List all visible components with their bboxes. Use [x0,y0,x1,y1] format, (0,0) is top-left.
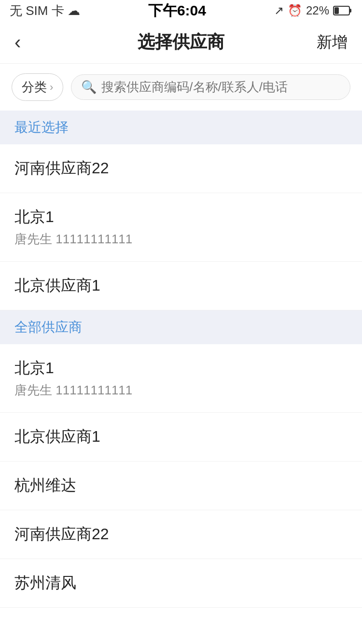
recent-section-header: 最近选择 [0,111,362,144]
status-right: ↗ ⏰ 22% [274,4,352,17]
category-filter[interactable]: 分类 › [12,73,63,101]
status-left: 无 SIM 卡 ☁ [10,2,80,19]
nav-bar: ‹ 选择供应商 新增 [0,21,362,64]
list-item[interactable]: 北京供应商1 [0,413,362,462]
list-item[interactable]: 杭州维达 [0,462,362,510]
recent-list: 河南供应商22北京1唐先生 11111111111北京供应商1 [0,144,362,310]
category-label: 分类 [22,79,47,96]
item-name: 河南供应商22 [14,524,348,545]
list-item[interactable]: 北京供应商1 [0,262,362,310]
all-section-label: 全部供应商 [14,320,82,335]
battery-icon [333,5,352,16]
add-button[interactable]: 新增 [309,32,348,53]
item-contact: 唐先生 11111111111 [14,382,348,399]
item-contact: 唐先生 11111111111 [14,231,348,248]
svg-rect-1 [349,9,351,13]
battery-text: 22% [306,4,329,17]
status-bar: 无 SIM 卡 ☁ 下午6:04 ↗ ⏰ 22% [0,0,362,21]
filter-bar: 分类 › 🔍 [0,64,362,111]
list-item[interactable]: 河南供应商22 [0,510,362,559]
item-name: 苏州清风 [14,573,348,594]
item-name: 北京供应商1 [14,275,348,296]
page-title: 选择供应商 [53,30,309,54]
item-name: 北京1 [14,207,348,228]
location-icon: ↗ [274,4,284,17]
item-name: 北京供应商1 [14,426,348,448]
svg-rect-2 [334,7,339,14]
chevron-right-icon: › [50,81,53,94]
item-name: 河南供应商22 [14,158,348,179]
back-button[interactable]: ‹ [14,31,53,53]
search-input[interactable] [101,80,340,95]
all-section-header: 全部供应商 [0,310,362,344]
list-item[interactable]: 北京1唐先生 11111111111 [0,344,362,413]
no-sim-text: 无 SIM 卡 ☁ [10,2,80,19]
status-time: 下午6:04 [148,1,206,21]
alarm-icon: ⏰ [288,4,302,17]
list-item[interactable]: 北京1唐先生 11111111111 [0,193,362,262]
item-name: 杭州维达 [14,475,348,496]
item-name: 北京1 [14,358,348,379]
list-item[interactable]: 苏州清风 [0,559,362,608]
search-icon: 🔍 [81,80,97,95]
all-list: 北京1唐先生 11111111111北京供应商1杭州维达河南供应商22苏州清风 [0,344,362,608]
recent-section-label: 最近选择 [14,120,69,135]
list-item[interactable]: 河南供应商22 [0,144,362,193]
search-box[interactable]: 🔍 [71,74,350,100]
